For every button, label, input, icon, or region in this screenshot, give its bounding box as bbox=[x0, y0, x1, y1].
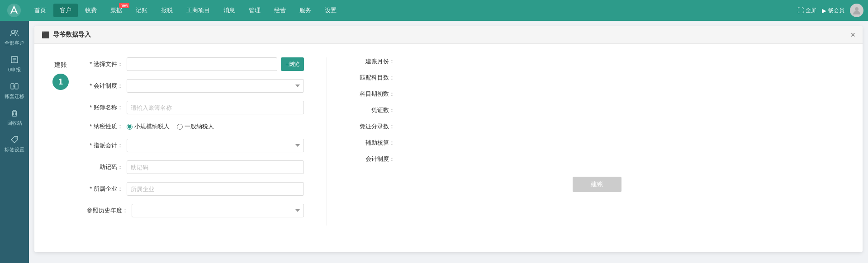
dialog-title: 导爷数据导入 bbox=[53, 31, 91, 39]
new-badge: new bbox=[119, 3, 129, 8]
auxiliary-row: 辅助核算： bbox=[350, 139, 844, 147]
accountant-row: * 指派会计： bbox=[87, 139, 304, 152]
tag-icon bbox=[9, 135, 19, 145]
top-nav: 首页 客户 收费 票据 new 记账 报税 工商项目 消息 管理 经营 服务 设… bbox=[0, 0, 868, 21]
nav-item-bookkeeping[interactable]: 记账 bbox=[129, 4, 154, 17]
history-year-row: 参照历史年度： bbox=[87, 204, 304, 217]
accounting-system-select[interactable] bbox=[127, 79, 304, 93]
svg-rect-6 bbox=[11, 84, 14, 89]
accounting-system-label: * 会计制度： bbox=[87, 82, 123, 90]
member-icon: ▶ bbox=[822, 7, 826, 14]
tax-general-label: 一般纳税人 bbox=[185, 122, 214, 131]
step-section: 建账 1 bbox=[52, 57, 69, 225]
tax-small-label: 小规模纳税人 bbox=[134, 122, 170, 131]
nav-item-clients[interactable]: 客户 bbox=[53, 4, 78, 17]
tax-small-radio[interactable] bbox=[127, 124, 133, 130]
step-label: 建账 bbox=[54, 61, 67, 69]
voucher-count-row: 凭证数： bbox=[350, 106, 844, 114]
nav-item-fees[interactable]: 收费 bbox=[79, 4, 103, 17]
sidebar-item-trash[interactable]: 回收站 bbox=[0, 104, 29, 130]
voucher-records-row: 凭证分录数： bbox=[350, 122, 844, 131]
step-circle: 1 bbox=[52, 74, 69, 90]
sidebar-item-all-clients[interactable]: 全部客户 bbox=[0, 24, 29, 50]
tax-radio-group: 小规模纳税人 一般纳税人 bbox=[127, 122, 214, 131]
svg-point-8 bbox=[15, 137, 16, 138]
member-btn[interactable]: ▶ 畅会员 bbox=[822, 7, 844, 14]
sidebar-item-report[interactable]: 0申报 bbox=[0, 51, 29, 77]
nav-item-messages[interactable]: 消息 bbox=[217, 4, 242, 17]
close-button[interactable]: × bbox=[850, 31, 855, 39]
nav-right: ⛶ 全屏 ▶ 畅会员 bbox=[797, 4, 863, 17]
ledger-name-input[interactable] bbox=[127, 101, 304, 114]
company-input[interactable] bbox=[127, 182, 304, 196]
ledger-name-label: * 账簿名称： bbox=[87, 103, 123, 112]
migrate-icon bbox=[9, 81, 19, 91]
nav-item-manage[interactable]: 管理 bbox=[242, 4, 267, 17]
match-subjects-label: 匹配科目数： bbox=[350, 74, 395, 82]
sidebar: 全部客户 0申报 账套迁移 bbox=[0, 21, 29, 263]
fullscreen-btn[interactable]: ⛶ 全屏 bbox=[797, 7, 816, 14]
browse-button[interactable]: +浏览 bbox=[281, 57, 304, 71]
company-row: * 所属企业： bbox=[87, 182, 304, 196]
form-container: 建账 1 * 选择文件： +浏览 bbox=[34, 44, 863, 239]
nav-item-operations[interactable]: 经营 bbox=[268, 4, 292, 17]
dialog-header: ⬛ 导爷数据导入 × bbox=[34, 26, 863, 44]
nav-item-home[interactable]: 首页 bbox=[28, 4, 52, 17]
tax-small-option[interactable]: 小规模纳税人 bbox=[127, 122, 170, 131]
tax-general-option[interactable]: 一般纳税人 bbox=[177, 122, 214, 131]
form-left: * 选择文件： +浏览 * 会计制度： bbox=[87, 57, 304, 225]
file-label: * 选择文件： bbox=[87, 60, 123, 68]
tax-general-radio[interactable] bbox=[177, 124, 183, 130]
history-year-select[interactable] bbox=[132, 204, 304, 217]
sidebar-label-all-clients: 全部客户 bbox=[5, 40, 24, 47]
subject-initial-label: 科目期初数： bbox=[350, 90, 395, 98]
build-month-row: 建账月份： bbox=[350, 57, 844, 66]
logo bbox=[5, 1, 24, 20]
svg-point-3 bbox=[12, 30, 15, 33]
right-accounting-system-label: 会计制度： bbox=[350, 155, 395, 163]
ledger-name-row: * 账簿名称： bbox=[87, 101, 304, 114]
trash-icon bbox=[9, 108, 19, 118]
build-account-button[interactable]: 建账 bbox=[573, 177, 621, 192]
file-input[interactable] bbox=[127, 57, 277, 71]
dialog-panel: ⬛ 导爷数据导入 × 建账 1 * 选择文件： bbox=[34, 26, 863, 252]
nav-item-settings[interactable]: 设置 bbox=[318, 4, 343, 17]
file-input-area: +浏览 bbox=[127, 57, 304, 71]
nav-item-business[interactable]: 工商项目 bbox=[180, 4, 216, 17]
layout: 全部客户 0申报 账套迁移 bbox=[0, 21, 868, 263]
avatar[interactable] bbox=[850, 4, 863, 17]
accountant-select[interactable] bbox=[127, 139, 304, 152]
users-icon bbox=[9, 28, 19, 38]
company-label: * 所属企业： bbox=[87, 185, 123, 193]
fullscreen-icon: ⛶ bbox=[797, 7, 804, 14]
svg-point-4 bbox=[15, 30, 18, 33]
memo-label: 助记码： bbox=[87, 163, 123, 171]
memo-row: 助记码： bbox=[87, 160, 304, 174]
form-divider bbox=[327, 57, 327, 225]
nav-item-tax[interactable]: 报税 bbox=[155, 4, 179, 17]
history-year-label: 参照历史年度： bbox=[87, 207, 128, 215]
sidebar-item-tags[interactable]: 标签设置 bbox=[0, 131, 29, 157]
tax-nature-label: * 纳税性质： bbox=[87, 122, 123, 131]
nav-item-bills[interactable]: 票据 new bbox=[104, 4, 128, 17]
svg-rect-7 bbox=[15, 84, 18, 89]
sidebar-item-migrate[interactable]: 账套迁移 bbox=[0, 78, 29, 103]
report-icon bbox=[9, 55, 19, 65]
sidebar-label-report: 0申报 bbox=[8, 66, 21, 73]
sidebar-label-trash: 回收站 bbox=[7, 120, 22, 127]
memo-input[interactable] bbox=[127, 160, 304, 174]
right-accounting-system-row: 会计制度： bbox=[350, 155, 844, 163]
sidebar-label-tags: 标签设置 bbox=[5, 146, 24, 153]
build-month-label: 建账月份： bbox=[350, 57, 395, 66]
nav-item-services[interactable]: 服务 bbox=[293, 4, 318, 17]
accountant-label: * 指派会计： bbox=[87, 141, 123, 150]
form-right: 建账月份： 匹配科目数： 科目期初数： 凭证数： bbox=[350, 57, 844, 225]
subject-initial-row: 科目期初数： bbox=[350, 90, 844, 98]
match-subjects-row: 匹配科目数： bbox=[350, 74, 844, 82]
build-btn-wrap: 建账 bbox=[350, 177, 844, 192]
accounting-system-row: * 会计制度： bbox=[87, 79, 304, 93]
tax-nature-row: * 纳税性质： 小规模纳税人 一般纳税人 bbox=[87, 122, 304, 131]
import-icon: ⬛ bbox=[42, 31, 49, 38]
auxiliary-label: 辅助核算： bbox=[350, 139, 395, 147]
sidebar-label-migrate: 账套迁移 bbox=[5, 93, 24, 100]
